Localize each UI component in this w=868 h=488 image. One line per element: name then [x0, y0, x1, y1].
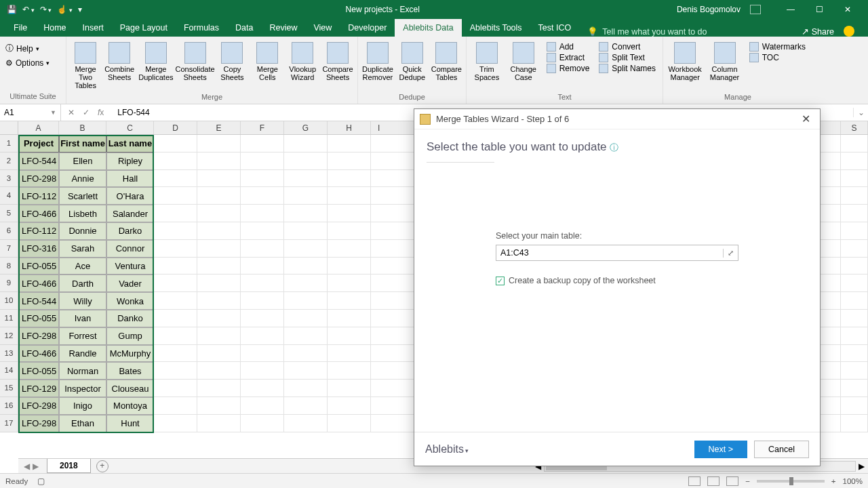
cell[interactable] [197, 310, 241, 327]
range-picker-button[interactable]: ⤢ [723, 249, 738, 258]
user-name[interactable]: Denis Bogomolov [677, 5, 741, 14]
cell[interactable] [197, 397, 241, 415]
cell[interactable] [841, 187, 868, 205]
cell[interactable]: Forrest [59, 327, 106, 345]
col-header-F[interactable]: F [241, 121, 284, 134]
cell[interactable] [197, 135, 241, 152]
tab-review[interactable]: Review [261, 19, 305, 37]
cell[interactable] [841, 205, 868, 222]
range-input[interactable] [496, 248, 723, 258]
extract-text-button[interactable]: Extract [547, 53, 590, 62]
cell[interactable] [284, 362, 328, 380]
merge-btn-3[interactable]: Consolidate Sheets [178, 39, 213, 92]
cell[interactable] [284, 222, 328, 240]
cell[interactable] [284, 205, 328, 222]
cell[interactable] [841, 258, 868, 275]
cell[interactable] [197, 222, 241, 240]
cell[interactable] [284, 292, 328, 310]
cell[interactable] [154, 362, 197, 380]
cell[interactable] [241, 362, 284, 380]
enter-formula-icon[interactable]: ✓ [83, 108, 90, 117]
cell[interactable]: Gump [106, 327, 154, 345]
row-header-4[interactable]: 4 [0, 187, 18, 205]
sheet-nav-next[interactable]: ▶ [33, 462, 39, 471]
zoom-out-button[interactable]: − [745, 477, 750, 485]
cell[interactable]: Danko [106, 310, 154, 327]
cell[interactable] [241, 152, 284, 170]
cell[interactable]: Randle [59, 345, 106, 363]
merge-btn-1[interactable]: Combine Sheets [104, 39, 134, 92]
cell[interactable] [328, 380, 371, 397]
cell[interactable]: LFO-316 [18, 240, 59, 258]
cell[interactable]: Ethan [59, 415, 106, 432]
cell[interactable] [841, 240, 868, 258]
cell[interactable]: Bates [106, 362, 154, 380]
watermarks-button[interactable]: Watermarks [749, 42, 806, 52]
cell[interactable]: LFO-298 [18, 397, 59, 415]
tab-ablebits-tools[interactable]: Ablebits Tools [462, 19, 530, 37]
merge-btn-2[interactable]: Merge Duplicates [138, 39, 173, 92]
cell[interactable]: Donnie [59, 222, 106, 240]
cell[interactable] [328, 274, 371, 292]
cell[interactable] [841, 397, 868, 415]
cell[interactable]: Inigo [59, 397, 106, 415]
cell[interactable] [154, 170, 197, 188]
cell[interactable] [154, 187, 197, 205]
cell[interactable] [841, 362, 868, 380]
cell[interactable] [328, 310, 371, 327]
cell[interactable] [197, 152, 241, 170]
options-dropdown[interactable]: ⚙Options [4, 56, 62, 70]
tab-page-layout[interactable]: Page Layout [112, 19, 176, 37]
cancel-button[interactable]: Cancel [754, 441, 809, 458]
cell[interactable] [328, 205, 371, 222]
cell[interactable]: Clouseau [106, 380, 154, 397]
cell[interactable]: Last name [106, 135, 154, 152]
cell[interactable]: Wonka [106, 292, 154, 310]
cell[interactable] [241, 380, 284, 397]
cell[interactable] [154, 292, 197, 310]
tab-home[interactable]: Home [35, 19, 74, 37]
cell[interactable] [841, 135, 868, 152]
user-avatar-icon[interactable] [750, 5, 761, 14]
col-header-E[interactable]: E [197, 121, 241, 134]
page-break-view-icon[interactable] [726, 476, 738, 486]
row-header-16[interactable]: 16 [0, 397, 18, 415]
cell[interactable] [197, 240, 241, 258]
cell[interactable] [841, 222, 868, 240]
cell[interactable]: Connor [106, 240, 154, 258]
cell[interactable] [154, 415, 197, 432]
cancel-formula-icon[interactable]: ✕ [68, 108, 75, 117]
cell[interactable]: O'Hara [106, 187, 154, 205]
share-button[interactable]: ↗ Share [802, 26, 834, 37]
cell[interactable] [841, 170, 868, 188]
cell[interactable]: LFO-466 [18, 274, 59, 292]
col-header-H[interactable]: H [328, 121, 371, 134]
row-header-12[interactable]: 12 [0, 327, 18, 345]
feedback-smiley-icon[interactable] [844, 26, 854, 37]
cell[interactable] [328, 292, 371, 310]
cell[interactable] [328, 258, 371, 275]
sheet-tab-2018[interactable]: 2018 [47, 459, 91, 473]
cell[interactable] [284, 415, 328, 432]
row-header-8[interactable]: 8 [0, 258, 18, 275]
merge-btn-5[interactable]: Merge Cells [252, 39, 283, 92]
cell[interactable]: LFO-112 [18, 187, 59, 205]
cell[interactable]: LFO-298 [18, 170, 59, 188]
cell[interactable] [284, 170, 328, 188]
select-all-corner[interactable] [0, 121, 18, 134]
tab-data[interactable]: Data [227, 19, 261, 37]
cell[interactable] [328, 152, 371, 170]
cell[interactable] [154, 380, 197, 397]
cell[interactable] [197, 274, 241, 292]
cell[interactable] [841, 152, 868, 170]
col-header-A[interactable]: A [18, 121, 59, 134]
cell[interactable]: Hunt [106, 415, 154, 432]
row-header-17[interactable]: 17 [0, 415, 18, 432]
cell[interactable] [841, 327, 868, 345]
undo-icon[interactable]: ↶ [22, 5, 35, 14]
cell[interactable] [154, 310, 197, 327]
zoom-slider[interactable] [757, 480, 825, 483]
cell[interactable] [241, 345, 284, 363]
row-header-1[interactable]: 1 [0, 135, 18, 152]
row-header-2[interactable]: 2 [0, 152, 18, 170]
